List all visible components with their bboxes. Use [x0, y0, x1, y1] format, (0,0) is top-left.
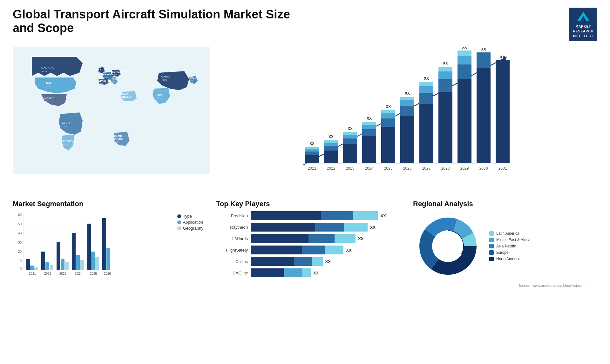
player-bar-l3harris: XX	[251, 234, 400, 243]
player-name-l3harris: L3Harris	[216, 236, 248, 241]
svg-rect-115	[34, 267, 38, 270]
legend-middle-east-africa: Middle East & Africa	[489, 238, 530, 242]
player-row-collins: Collins XX	[216, 257, 400, 266]
svg-rect-76	[458, 79, 471, 163]
svg-rect-36	[305, 155, 319, 163]
svg-text:U.S.: U.S.	[46, 81, 52, 84]
svg-text:XX: XX	[462, 47, 467, 50]
svg-rect-41	[324, 151, 338, 163]
segmentation-title: Market Segmentation	[13, 200, 203, 208]
svg-rect-44	[324, 140, 338, 143]
svg-rect-43	[324, 143, 338, 146]
svg-text:2025: 2025	[384, 166, 393, 171]
svg-text:XX: XX	[481, 47, 486, 51]
svg-text:xx%: xx%	[111, 81, 115, 83]
svg-text:2021: 2021	[29, 272, 36, 275]
player-val-cae: XX	[313, 271, 319, 275]
player-val-collins: XX	[325, 259, 331, 264]
svg-point-141	[433, 231, 463, 261]
player-row-cae: CAE Inc XX	[216, 268, 400, 277]
svg-text:INDIA: INDIA	[156, 93, 163, 96]
svg-rect-127	[95, 257, 99, 270]
donut-chart-svg	[413, 211, 483, 281]
svg-text:xx%: xx%	[63, 125, 67, 128]
svg-rect-62	[400, 106, 414, 116]
player-val-precision: XX	[381, 213, 386, 218]
svg-rect-129	[106, 248, 110, 270]
svg-rect-96	[496, 60, 510, 163]
svg-rect-67	[419, 93, 433, 104]
svg-text:40: 40	[18, 232, 22, 235]
svg-text:2022: 2022	[44, 272, 51, 275]
svg-text:AFRICA: AFRICA	[113, 138, 123, 140]
player-row-l3harris: L3Harris XX	[216, 234, 400, 243]
svg-rect-48	[343, 135, 357, 138]
svg-text:2024: 2024	[75, 272, 82, 275]
svg-rect-125	[87, 224, 91, 270]
svg-rect-128	[102, 218, 106, 270]
svg-text:2029: 2029	[460, 166, 469, 171]
svg-rect-69	[419, 82, 433, 86]
svg-rect-42	[324, 146, 338, 151]
svg-text:xx%: xx%	[114, 141, 118, 143]
player-bar-collins: XX	[251, 257, 400, 266]
player-row-precision: Precision XX	[216, 211, 400, 220]
map-section: CANADA xx% U.S. xx% MEXICO xx% BRAZIL xx…	[6, 44, 210, 197]
player-name-precision: Precision	[216, 213, 248, 218]
svg-text:xx%: xx%	[156, 97, 160, 99]
player-name-cae: CAE Inc	[216, 271, 248, 275]
logo-icon	[575, 10, 591, 23]
svg-rect-49	[343, 132, 357, 135]
north-america-color	[489, 257, 494, 261]
players-bars-list: Precision XX Raytheon	[216, 211, 400, 277]
svg-rect-54	[362, 122, 376, 125]
svg-rect-72	[438, 79, 452, 92]
application-dot	[177, 220, 181, 224]
svg-rect-46	[343, 144, 357, 163]
svg-text:2024: 2024	[365, 166, 374, 171]
svg-text:xx%: xx%	[97, 71, 101, 73]
svg-rect-71	[438, 92, 452, 163]
logo-line2: RESEARCH	[573, 29, 593, 34]
svg-text:XX: XX	[386, 104, 391, 109]
svg-rect-120	[61, 259, 64, 270]
players-section: Top Key Players Precision XX	[210, 197, 407, 291]
svg-rect-57	[381, 118, 395, 127]
north-america-label: North America	[496, 257, 520, 261]
player-val-flightsafety: XX	[346, 248, 351, 253]
svg-text:xx%: xx%	[122, 99, 126, 101]
svg-rect-68	[419, 86, 433, 93]
svg-text:xx%: xx%	[99, 83, 103, 85]
segmentation-legend: Type Application Geography	[177, 214, 203, 231]
svg-rect-38	[305, 149, 319, 152]
player-bar-precision: XX	[251, 211, 400, 220]
player-bar-raytheon: XX	[251, 223, 400, 232]
svg-rect-74	[438, 67, 452, 71]
svg-text:XX: XX	[405, 91, 410, 96]
svg-text:xx%: xx%	[162, 78, 167, 81]
middle-east-africa-label: Middle East & Africa	[496, 238, 530, 242]
canada-label: CANADA	[41, 66, 54, 70]
europe-label: Europe	[496, 250, 509, 255]
svg-rect-47	[343, 138, 357, 144]
player-bar-flightsafety: XX	[251, 246, 400, 254]
svg-text:XX: XX	[367, 116, 372, 121]
svg-text:2022: 2022	[327, 166, 336, 171]
svg-text:xx%: xx%	[104, 76, 108, 78]
bar-chart-section: XX XX XX XX	[210, 44, 604, 197]
svg-rect-114	[30, 266, 34, 270]
svg-text:2023: 2023	[59, 272, 67, 275]
svg-text:ARGENTINA: ARGENTINA	[61, 140, 76, 143]
svg-text:2026: 2026	[104, 272, 111, 275]
company-logo: MARKET RESEARCH INTELLECT	[569, 8, 597, 41]
legend-geography: Geography	[177, 226, 203, 231]
svg-text:ITALY: ITALY	[111, 78, 118, 80]
player-val-l3harris: XX	[358, 236, 363, 241]
svg-rect-61	[400, 116, 414, 163]
svg-text:U.K.: U.K.	[97, 68, 102, 71]
svg-rect-52	[362, 129, 376, 136]
svg-rect-77	[458, 64, 471, 79]
logo-line3: INTELLECT	[573, 34, 593, 38]
svg-text:XX: XX	[329, 135, 334, 139]
player-name-raytheon: Raytheon	[216, 225, 248, 230]
